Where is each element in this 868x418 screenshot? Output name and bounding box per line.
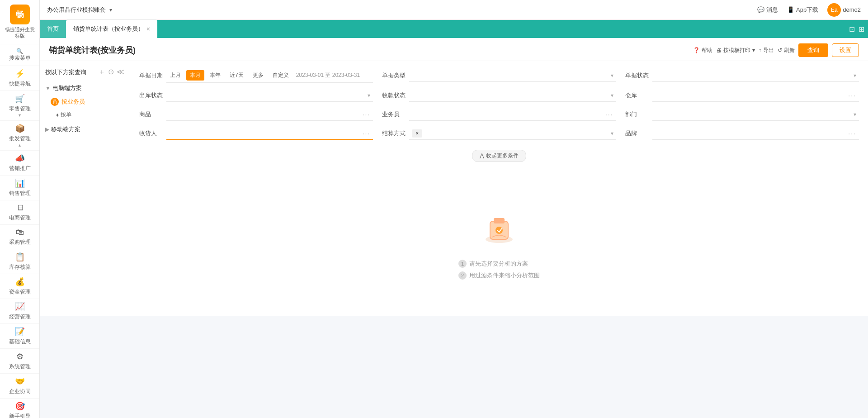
date-btn-this-year[interactable]: 本年: [206, 70, 224, 81]
sidebar-marketing-label: 营销推广: [9, 165, 31, 172]
scheme-group-mobile-title[interactable]: ▶ 移动端方案: [40, 123, 130, 136]
sidebar-item-wholesale[interactable]: 📦 批发管理 ▴: [0, 121, 39, 151]
close-tab-button[interactable]: ×: [146, 25, 150, 33]
export-label: 导出: [763, 47, 774, 54]
message-label: 消息: [766, 6, 778, 14]
empty-tip-1-text: 请先选择要分析的方案: [469, 260, 528, 268]
doc-status-filter-item: 单据状态 ▾: [625, 69, 859, 82]
purchase-icon: 🛍: [16, 228, 24, 237]
refresh-button[interactable]: ↺ 刷新: [778, 47, 795, 54]
sidebar-ops-label: 经营管理: [9, 313, 31, 321]
page-actions: ❓ 帮助 🖨 按模板打印 ▾ ↑ 导出 ↺ 刷新: [693, 43, 859, 57]
date-btn-last-month[interactable]: 上月: [166, 70, 184, 81]
salesperson-control[interactable]: ···: [409, 108, 616, 121]
message-button[interactable]: 💬 消息: [757, 6, 778, 14]
doc-type-control[interactable]: ▾: [409, 69, 616, 82]
sidebar-item-finance[interactable]: 💰 资金管理: [0, 274, 39, 299]
receiver-control[interactable]: ···: [166, 127, 373, 140]
settings-button[interactable]: 设置: [832, 43, 859, 57]
print-label: 按模板打印: [723, 47, 750, 54]
basic-icon: 📝: [15, 327, 25, 337]
sidebar-sales-label: 销售管理: [9, 190, 31, 197]
date-btn-more[interactable]: 更多: [249, 70, 267, 81]
wholesale-icon: 📦: [15, 124, 25, 133]
date-btn-custom[interactable]: 自定义: [269, 70, 292, 81]
filter-row-3: 商品 ··· 业务员 ···: [139, 108, 859, 121]
topbar-dropdown[interactable]: ▾: [109, 7, 112, 13]
system-icon: ⚙: [16, 352, 24, 361]
sidebar-item-basic[interactable]: 📝 基础信息: [0, 324, 39, 349]
sidebar-item-purchase[interactable]: 🛍 采购管理: [0, 225, 39, 249]
date-btn-this-month[interactable]: 本月: [186, 70, 204, 81]
doc-status-control[interactable]: ▾: [652, 69, 859, 82]
collect-status-control[interactable]: ▾: [409, 89, 616, 102]
mobile-group-arrow: ▶: [45, 126, 49, 133]
salesperson-scheme-icon: 员: [51, 98, 59, 106]
empty-tip-1: 1 请先选择要分析的方案: [458, 260, 540, 268]
sidebar-item-system[interactable]: ⚙ 系统管理: [0, 349, 39, 374]
date-btn-7days[interactable]: 近7天: [226, 70, 247, 81]
tab-expand-icon[interactable]: ⊞: [859, 25, 864, 33]
dept-control[interactable]: ▾: [652, 108, 859, 121]
sidebar-corp-label: 企业协同: [9, 388, 31, 395]
sidebar-item-sales[interactable]: 📊 销售管理: [0, 176, 39, 200]
tab-minimize-icon[interactable]: ⊡: [849, 25, 855, 33]
settlement-tag-close[interactable]: ×: [415, 130, 419, 137]
help-button[interactable]: ❓ 帮助: [693, 47, 712, 54]
brand-control[interactable]: ···: [652, 127, 859, 140]
query-button[interactable]: 查询: [798, 43, 828, 57]
sidebar-item-ecom[interactable]: 🖥 电商管理: [0, 200, 39, 225]
sidebar-item-retail[interactable]: 🛒 零售管理 ▾: [0, 91, 39, 121]
receiver-label: 收货人: [139, 129, 166, 138]
print-icon: 🖨: [716, 47, 722, 53]
warehouse-control[interactable]: ···: [652, 89, 859, 102]
order-sub-icon: ♦: [56, 112, 59, 118]
pc-group-label: 电脑端方案: [52, 84, 82, 92]
message-icon: 💬: [757, 6, 764, 13]
avatar: Ea: [827, 3, 841, 17]
scheme-add-button[interactable]: ＋: [98, 67, 105, 77]
sidebar-item-marketing[interactable]: 📣 营销推广: [0, 151, 39, 176]
sidebar-item-stock[interactable]: 📋 库存核算: [0, 249, 39, 274]
tabbar: 首页 销货单统计表（按业务员） × ⊡ ⊞: [40, 20, 868, 38]
filter-content: 单据日期 上月 本月 本年 近7天 更多 自定义 2023-03-01 至 20…: [130, 61, 868, 316]
ops-icon: 📈: [15, 302, 25, 312]
scheme-item-salesperson[interactable]: 员 按业务员: [40, 95, 130, 109]
collapse-row: ⋀ 收起更多条件: [139, 146, 859, 166]
scheme-collapse-button[interactable]: ≪: [117, 67, 124, 77]
sidebar-item-ops[interactable]: 📈 经营管理: [0, 299, 39, 324]
settlement-control[interactable]: × ▾: [409, 127, 616, 140]
sidebar-wholesale-label: 批发管理: [9, 135, 31, 142]
date-label: 单据日期: [139, 71, 166, 80]
ecom-icon: 🖥: [16, 203, 24, 213]
logo-subtitle: 畅捷通好生意标版: [5, 26, 35, 39]
sidebar-item-search[interactable]: 🔍 搜索菜单: [0, 44, 39, 66]
filter-row-2: 出库状态 ▾ 收款状态 ▾: [139, 89, 859, 102]
scheme-sub-item-order[interactable]: ♦ 按单: [40, 109, 130, 121]
sidebar-item-quicknav[interactable]: ⚡ 快捷导航: [0, 66, 39, 91]
out-status-control[interactable]: ▾: [166, 89, 373, 102]
salesperson-label: 业务员: [382, 110, 409, 119]
goods-control[interactable]: ···: [166, 108, 373, 121]
user-menu[interactable]: Ea demo2: [827, 3, 861, 17]
brand-dots: ···: [848, 130, 856, 137]
salesperson-dots: ···: [605, 111, 613, 118]
sidebar-item-corp[interactable]: 🤝 企业协同: [0, 374, 39, 399]
body-layout: 按以下方案查询 ＋ ⊙ ≪ ▼ 电脑端方案: [40, 61, 868, 316]
brand-label: 品牌: [625, 129, 652, 138]
export-button[interactable]: ↑ 导出: [759, 47, 774, 54]
doc-type-arrow: ▾: [611, 72, 613, 79]
search-icon: 🔍: [16, 48, 23, 54]
tab-home[interactable]: 首页: [40, 20, 66, 38]
content-area: 销货单统计表(按业务员) ❓ 帮助 🖨 按模板打印 ▾ ↑ 导出: [40, 38, 868, 418]
tab-sales-stat[interactable]: 销货单统计表（按业务员） ×: [66, 20, 157, 38]
scheme-edit-button[interactable]: ⊙: [108, 67, 114, 77]
collapse-button[interactable]: ⋀ 收起更多条件: [472, 150, 526, 162]
refresh-icon: ↺: [778, 47, 782, 53]
svg-rect-2: [494, 218, 505, 223]
app-download-button[interactable]: 📱 App下载: [787, 6, 818, 14]
scheme-group-pc-title[interactable]: ▼ 电脑端方案: [40, 81, 130, 95]
print-template-button[interactable]: 🖨 按模板打印 ▾: [716, 47, 755, 54]
sidebar-basic-label: 基础信息: [9, 338, 31, 346]
sidebar-item-newbie[interactable]: 🎯 新手引导: [0, 399, 39, 418]
